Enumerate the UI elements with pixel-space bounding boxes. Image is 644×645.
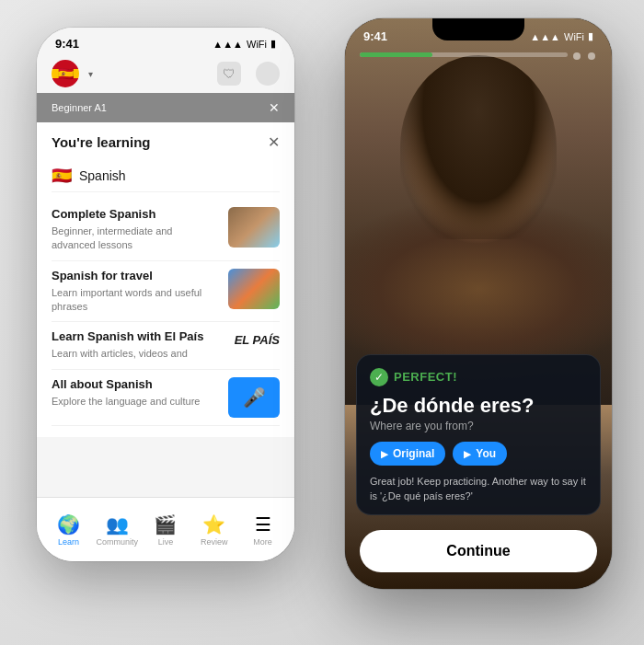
perfect-label: PERFECT! [394, 370, 457, 384]
banner-text: Beginner A1 [52, 102, 107, 113]
battery-icon: ▮ [270, 38, 276, 50]
tab-learn-label: Learn [58, 537, 79, 547]
feedback-content: Great job! Keep practicing. Another way … [370, 476, 586, 501]
course-item-complete-spanish[interactable]: Complete Spanish Beginner, intermediate … [52, 200, 280, 261]
course-info: Spanish for travel Learn important words… [52, 269, 219, 315]
course-thumb-building [228, 207, 280, 248]
tab-learn[interactable]: 🌍 Learn [44, 513, 93, 547]
course-thumb-colorful [228, 269, 280, 309]
status-time-left: 9:41 [55, 37, 79, 51]
original-btn-label: Original [393, 447, 434, 460]
microphone-icon: 🎤 [228, 377, 280, 418]
course-desc: Beginner, intermediate and advanced less… [52, 225, 219, 253]
progress-dot-2 [588, 52, 595, 60]
review-icon: ⭐ [202, 513, 225, 536]
course-desc: Explore the language and culture [52, 395, 219, 409]
dropdown-close-button[interactable]: ✕ [268, 133, 280, 151]
notch [432, 18, 524, 40]
banner-close-button[interactable]: ✕ [269, 100, 280, 115]
hair-layer [400, 55, 557, 239]
tab-review-label: Review [201, 537, 228, 547]
dropdown-panel: You're learning ✕ 🇪🇸 Spanish Complete Sp… [37, 122, 294, 437]
tab-review[interactable]: ⭐ Review [190, 513, 238, 547]
progress-bar-fill [360, 52, 432, 57]
course-item-spanish-travel[interactable]: Spanish for travel Learn important words… [52, 261, 280, 323]
dropdown-header: You're learning ✕ [52, 133, 280, 151]
course-desc: Learn important words and useful phrases [52, 286, 219, 315]
progress-dot-1 [573, 52, 581, 60]
status-time-right: 9:41 [363, 29, 387, 43]
signal-bars-icon: ▲▲▲ [530, 31, 560, 42]
course-title: All about Spanish [52, 377, 219, 393]
feedback-text: Great job! Keep practicing. Another way … [370, 475, 587, 503]
phone-left: 9:41 ▲▲▲ WiFi ▮ 🇪🇸 ▾ 🛡 Beginner A1 ✕ [37, 28, 294, 561]
course-item-elpais[interactable]: Learn Spanish with El País Learn with ar… [52, 322, 280, 369]
course-info: Complete Spanish Beginner, intermediate … [52, 207, 219, 253]
course-desc: Learn with articles, videos and [52, 347, 225, 361]
status-bar-left: 9:41 ▲▲▲ WiFi ▮ [37, 28, 294, 54]
dropdown-title: You're learning [52, 134, 150, 150]
phone-right: 9:41 ▲▲▲ WiFi ▮ ✓ PERFECT! [345, 18, 612, 589]
tab-bar: 🌍 Learn 👥 Community 🎬 Live ⭐ Review ☰ [37, 497, 294, 561]
continue-button[interactable]: Continue [360, 530, 597, 572]
play-icon-original: ▶ [381, 449, 388, 459]
play-icon-you: ▶ [464, 449, 471, 459]
chevron-down-icon: ▾ [88, 69, 93, 79]
you-audio-button[interactable]: ▶ You [453, 442, 507, 466]
scene: 9:41 ▲▲▲ WiFi ▮ 🇪🇸 ▾ 🛡 Beginner A1 ✕ [0, 0, 644, 645]
tab-community-label: Community [96, 537, 138, 547]
tab-more-label: More [253, 537, 272, 547]
language-name: Spanish [79, 168, 126, 183]
course-title: Complete Spanish [52, 207, 219, 223]
tab-community[interactable]: 👥 Community [93, 513, 142, 547]
result-card: ✓ PERFECT! ¿De dónde eres? Where are you… [356, 354, 601, 515]
tab-more[interactable]: ☰ More [238, 513, 287, 547]
check-icon: ✓ [370, 368, 388, 386]
you-btn-label: You [476, 447, 496, 460]
wifi-icon: WiFi [247, 39, 267, 50]
shield-icon[interactable]: 🛡 [217, 62, 241, 86]
signal-icon: ▲▲▲ [213, 39, 243, 50]
course-title: Spanish for travel [52, 269, 219, 284]
audio-buttons: ▶ Original ▶ You [370, 442, 587, 466]
learn-icon: 🌍 [57, 513, 80, 536]
course-title: Learn Spanish with El País [52, 329, 225, 345]
progress-container [345, 49, 612, 63]
original-audio-button[interactable]: ▶ Original [370, 442, 445, 466]
course-info: All about Spanish Explore the language a… [52, 377, 219, 409]
course-info: Learn Spanish with El País Learn with ar… [52, 329, 225, 361]
spanish-flag-icon: 🇪🇸 [52, 166, 72, 186]
el-pais-logo: EL PAÍS [235, 329, 280, 347]
status-icons-left: ▲▲▲ WiFi ▮ [213, 38, 276, 50]
avatar-icon[interactable] [256, 62, 280, 86]
tab-live[interactable]: 🎬 Live [142, 513, 190, 547]
translation-text: Where are you from? [370, 420, 587, 432]
language-row[interactable]: 🇪🇸 Spanish [52, 160, 280, 192]
more-icon: ☰ [255, 513, 271, 536]
progress-bar [360, 52, 568, 57]
wifi-right-icon: WiFi [564, 31, 584, 42]
tab-live-label: Live [158, 537, 174, 547]
flag-icon[interactable]: 🇪🇸 [52, 60, 79, 87]
top-nav: 🇪🇸 ▾ 🛡 [37, 54, 294, 93]
community-icon: 👥 [106, 513, 129, 536]
photo-background: 9:41 ▲▲▲ WiFi ▮ ✓ PERFECT! [345, 18, 612, 589]
question-text: ¿De dónde eres? [370, 394, 587, 418]
live-icon: 🎬 [154, 513, 177, 536]
perfect-badge: ✓ PERFECT! [370, 368, 587, 386]
course-item-all-spanish[interactable]: All about Spanish Explore the language a… [52, 370, 280, 426]
banner: Beginner A1 ✕ [37, 93, 294, 122]
battery-right-icon: ▮ [588, 30, 593, 42]
right-status-icons: ▲▲▲ WiFi ▮ [530, 30, 593, 42]
